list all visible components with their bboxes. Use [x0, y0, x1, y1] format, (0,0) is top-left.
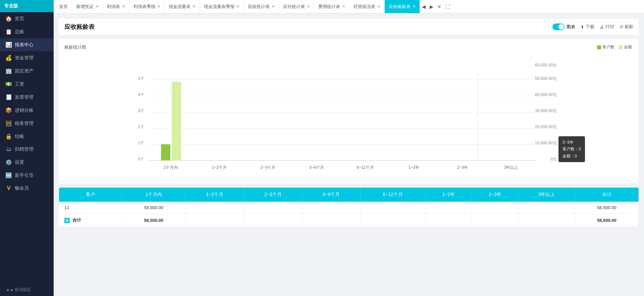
- sidebar-item-fund[interactable]: 💰 资金管理: [0, 51, 54, 64]
- sidebar-item-label: 总账: [15, 29, 24, 35]
- print-button[interactable]: 🖨 打印: [600, 24, 614, 30]
- tab-business[interactable]: 经营状况表 ✕: [350, 0, 385, 13]
- closing-icon: 🔒: [5, 133, 12, 140]
- cell-m36: [302, 202, 361, 214]
- tab-expense-close[interactable]: ✕: [342, 4, 345, 9]
- col-header-m36: 3~6个月: [302, 188, 361, 202]
- sidebar-item-label: 新手引导: [15, 172, 34, 179]
- legend-customers-label: 客户数: [602, 44, 614, 50]
- sidebar-item-label: 工资: [15, 81, 24, 87]
- total-total: 58,500.00: [575, 214, 638, 227]
- tab-ar-stat-close[interactable]: ✕: [272, 4, 275, 9]
- tab-ap-stat-label: 应付统计表: [283, 4, 305, 10]
- main-content: 首页 新增凭证 ✕ 利润表 ✕ 利润表季报 ✕ 现金流量表 ✕ 现金流量表季报 …: [54, 0, 644, 296]
- sidebar-item-ledger[interactable]: 📋 总账: [0, 25, 54, 38]
- svg-text:3~6个月: 3~6个月: [309, 165, 324, 170]
- guide-icon: 🆕: [5, 172, 12, 179]
- total-m12: [185, 214, 244, 227]
- tab-ar-age[interactable]: 应收账龄表 ✕: [385, 0, 420, 13]
- ledger-icon: 📋: [5, 29, 12, 35]
- tab-voucher[interactable]: 新增凭证 ✕: [72, 0, 103, 13]
- refresh-button[interactable]: ↺ 刷新: [620, 24, 633, 30]
- total-m612: [361, 214, 426, 227]
- sidebar-item-report[interactable]: 📊 报表中心: [0, 38, 54, 51]
- cell-m1: 58,500.00: [122, 202, 185, 214]
- svg-text:20,000.00元: 20,000.00元: [535, 125, 557, 129]
- chart-toggle[interactable]: 图表: [552, 23, 575, 30]
- report-icon: 📊: [5, 42, 12, 48]
- chart-legend: 客户数 金额: [597, 44, 632, 50]
- refresh-label: 刷新: [625, 24, 633, 30]
- tab-next-button[interactable]: ▶: [428, 3, 435, 11]
- tab-profit-season-close[interactable]: ✕: [157, 4, 160, 9]
- svg-text:1~2年: 1~2年: [409, 165, 419, 170]
- cell-y23: [472, 202, 518, 214]
- sidebar-item-vip[interactable]: V 畅会员: [0, 182, 54, 195]
- col-header-m12: 1~2个月: [185, 188, 244, 202]
- tab-cashflow-close[interactable]: ✕: [193, 4, 196, 9]
- svg-text:40,000.00元: 40,000.00元: [535, 92, 557, 97]
- sidebar-item-inventory[interactable]: 📦 进销台账: [0, 104, 54, 117]
- tab-close-all-button[interactable]: ✕: [435, 3, 443, 11]
- bar-1m-customers[interactable]: [161, 144, 170, 160]
- print-label: 打印: [605, 24, 614, 30]
- tab-expense[interactable]: 费用统计表 ✕: [314, 0, 350, 13]
- invoice-icon: 🧾: [5, 94, 12, 100]
- tab-voucher-label: 新增凭证: [76, 4, 94, 10]
- tab-cashflow-season[interactable]: 现金流量表季报 ✕: [200, 0, 244, 13]
- download-button[interactable]: ⬇ 下载: [581, 24, 594, 30]
- salary-icon: 💵: [5, 81, 12, 87]
- cell-m23: [244, 202, 302, 214]
- tab-ar-age-close[interactable]: ✕: [413, 4, 416, 9]
- sidebar-item-tax[interactable]: 🧮 税务管理: [0, 117, 54, 130]
- tab-profit-close[interactable]: ✕: [122, 4, 125, 9]
- legend-amount: 金额: [619, 44, 632, 50]
- collapse-sidebar-button[interactable]: ◄◄ 取消固定: [0, 284, 54, 296]
- tab-profit[interactable]: 利润表 ✕: [103, 0, 129, 13]
- table-header-row: 客户 1个月内 1~2个月 2~3个月 3~6个月 6~12个月 1~2年 2~…: [59, 188, 639, 202]
- settings-icon: ⚙️: [5, 159, 12, 165]
- toggle-knob[interactable]: [552, 23, 565, 30]
- tab-ar-stat[interactable]: 应收统计表 ✕: [244, 0, 279, 13]
- legend-customers: 客户数: [597, 44, 614, 50]
- total-label: 合 合计: [59, 214, 122, 227]
- tax-icon: 🧮: [5, 120, 12, 127]
- tab-prev-button[interactable]: ◀: [420, 3, 428, 11]
- tab-voucher-close[interactable]: ✕: [96, 4, 99, 9]
- svg-text:2个: 2个: [138, 125, 144, 129]
- tab-profit-season[interactable]: 利润表季报 ✕: [129, 0, 165, 13]
- svg-text:1~2个月: 1~2个月: [212, 165, 227, 170]
- sidebar-item-label: 归档管理: [15, 146, 34, 152]
- sidebar-item-settings[interactable]: ⚙️ 设置: [0, 156, 54, 169]
- bar-1m-amount[interactable]: [172, 82, 181, 160]
- fixed-icon: 🏢: [5, 68, 12, 74]
- tab-ap-stat[interactable]: 应付统计表 ✕: [279, 0, 314, 13]
- print-icon: 🖨: [600, 24, 604, 30]
- page-header: 应收账龄表 图表 ⬇ 下载 🖨 打印 ↺ 刷新: [59, 19, 639, 35]
- svg-text:50,000.00元: 50,000.00元: [535, 76, 557, 81]
- sidebar-item-guide[interactable]: 🆕 新手引导: [0, 169, 54, 182]
- tab-ap-stat-close[interactable]: ✕: [307, 4, 310, 9]
- sidebar-item-closing[interactable]: 🔒 结账: [0, 130, 54, 143]
- sidebar-item-archive[interactable]: 🗂 归档管理: [0, 143, 54, 156]
- page-content: 应收账龄表 图表 ⬇ 下载 🖨 打印 ↺ 刷新: [54, 13, 644, 296]
- sidebar-item-fixed[interactable]: 🏢 固定资产: [0, 64, 54, 78]
- tab-cashflow-season-close[interactable]: ✕: [236, 4, 239, 9]
- tab-cashflow-label: 现金流量表: [169, 4, 191, 10]
- cell-total: 58,500.00: [575, 202, 638, 214]
- sidebar-item-invoice[interactable]: 🧾 发票管理: [0, 91, 54, 104]
- col-header-m612: 6~12个月: [361, 188, 426, 202]
- archive-icon: 🗂: [5, 146, 12, 152]
- toggle-label: 图表: [567, 24, 575, 30]
- chart-container: 账龄统计图 客户数 金额 0个 1个 2个 3个 4个: [59, 39, 639, 184]
- tab-home[interactable]: 首页: [55, 0, 72, 13]
- tab-cashflow[interactable]: 现金流量表 ✕: [165, 0, 200, 13]
- sidebar-item-label: 畅会员: [15, 185, 29, 191]
- tab-home-label: 首页: [59, 4, 68, 10]
- tab-expand-button[interactable]: ⛶: [443, 3, 452, 11]
- tab-business-close[interactable]: ✕: [377, 4, 380, 9]
- sidebar-item-label: 固定资产: [15, 68, 34, 74]
- sidebar-item-home[interactable]: 🏠 首页: [0, 12, 54, 25]
- sidebar-item-salary[interactable]: 💵 工资: [0, 78, 54, 91]
- chart-title: 账龄统计图: [64, 44, 633, 50]
